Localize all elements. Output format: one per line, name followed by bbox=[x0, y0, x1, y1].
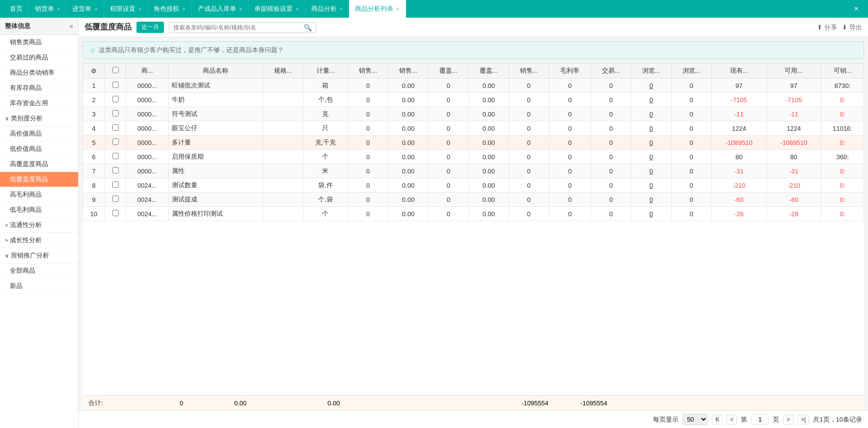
sidebar-item-new-goods[interactable]: 新品 bbox=[0, 279, 78, 294]
sidebar-item-low-margin[interactable]: 低毛利商品 bbox=[0, 202, 78, 218]
row-view1[interactable]: 0 bbox=[631, 178, 672, 193]
row-sales3: 0 bbox=[509, 121, 549, 136]
row-spec bbox=[263, 164, 303, 178]
sidebar-section-marketing[interactable]: ∨ 营销推广分析 bbox=[0, 248, 78, 263]
tip-icon: ☆ bbox=[90, 47, 96, 54]
sidebar-item-low-value[interactable]: 低价值商品 bbox=[0, 142, 78, 157]
row-name: 牛奶 bbox=[168, 93, 263, 107]
row-sales-amt: 0.00 bbox=[388, 207, 429, 221]
th-checkbox[interactable] bbox=[105, 63, 126, 79]
nav-close-permissions[interactable]: × bbox=[138, 6, 141, 12]
window-close-button[interactable]: × bbox=[848, 0, 864, 18]
time-filter-button[interactable]: 近一月 bbox=[136, 22, 164, 33]
row-index: 4 bbox=[83, 121, 105, 136]
row-available: -60 bbox=[766, 193, 821, 207]
th-settings[interactable]: ⚙ bbox=[83, 63, 105, 79]
th-unit: 计量... bbox=[303, 63, 348, 79]
section-arrow-marketing: ∨ bbox=[5, 253, 9, 259]
row-sales3: 0 bbox=[509, 207, 549, 221]
sidebar-item-sales-goods[interactable]: 销售类商品 bbox=[0, 35, 78, 50]
row-checkbox[interactable] bbox=[105, 178, 126, 193]
row-checkbox[interactable] bbox=[105, 93, 126, 107]
page-number-input[interactable] bbox=[751, 414, 769, 425]
nav-item-templates[interactable]: 单据模板设置 × bbox=[248, 0, 305, 18]
row-cover2: 0.00 bbox=[468, 178, 509, 193]
row-view1[interactable]: 0 bbox=[631, 207, 672, 221]
row-view1[interactable]: 0 bbox=[631, 136, 672, 150]
row-trade: 0 bbox=[591, 207, 631, 221]
search-input[interactable] bbox=[173, 24, 303, 31]
sidebar-section-growth[interactable]: > 成长性分析 bbox=[0, 233, 78, 248]
sidebar-section-category[interactable]: ∨ 类别度分析 bbox=[0, 111, 78, 126]
row-checkbox[interactable] bbox=[105, 150, 126, 164]
sidebar-item-high-coverage[interactable]: 高覆盖度商品 bbox=[0, 157, 78, 172]
row-view1[interactable]: 0 bbox=[631, 79, 672, 93]
row-unit: 米 bbox=[303, 164, 348, 178]
nav-close-purchase[interactable]: × bbox=[94, 6, 97, 12]
nav-close-production[interactable]: × bbox=[239, 6, 242, 12]
row-view1[interactable]: 0 bbox=[631, 121, 672, 136]
row-view2: 0 bbox=[671, 207, 711, 221]
next-page-button[interactable]: > bbox=[783, 415, 793, 425]
section-arrow-category: ∨ bbox=[5, 115, 9, 122]
row-current: 1224 bbox=[711, 121, 766, 136]
row-sales-amt: 0.00 bbox=[388, 150, 429, 164]
row-trade: 0 bbox=[591, 79, 631, 93]
row-view1[interactable]: 0 bbox=[631, 93, 672, 107]
row-sellable: 0: bbox=[821, 207, 864, 221]
row-name: 符号测试 bbox=[168, 107, 263, 121]
row-view1[interactable]: 0 bbox=[631, 150, 672, 164]
row-checkbox[interactable] bbox=[105, 79, 126, 93]
row-current: 97 bbox=[711, 79, 766, 93]
row-checkbox[interactable] bbox=[105, 193, 126, 207]
nav-item-home[interactable]: 首页 bbox=[4, 0, 29, 18]
nav-item-purchase[interactable]: 进货单 × bbox=[66, 0, 104, 18]
sidebar-collapse-button[interactable]: « bbox=[69, 22, 73, 30]
row-checkbox[interactable] bbox=[105, 164, 126, 178]
sidebar-item-low-coverage[interactable]: 低覆盖度商品 bbox=[0, 172, 78, 187]
export-button[interactable]: ⬇ 导出 bbox=[842, 23, 862, 32]
last-page-button[interactable]: >| bbox=[797, 415, 809, 425]
select-all-checkbox[interactable] bbox=[112, 67, 119, 73]
nav-item-sales[interactable]: 销货单 × bbox=[29, 0, 66, 18]
share-button[interactable]: ⬆ 分享 bbox=[817, 23, 837, 32]
row-checkbox[interactable] bbox=[105, 207, 126, 221]
nav-item-roles[interactable]: 角色授权 × bbox=[148, 0, 191, 18]
nav-item-permissions[interactable]: 权限设置 × bbox=[104, 0, 148, 18]
prev-page-button[interactable]: < bbox=[727, 415, 737, 425]
row-view1[interactable]: 0 bbox=[631, 193, 672, 207]
row-cover2: 0.00 bbox=[468, 107, 509, 121]
nav-item-analysis-list[interactable]: 商品分析列表 × bbox=[349, 0, 406, 18]
th-code: 商... bbox=[126, 63, 168, 79]
row-checkbox[interactable] bbox=[105, 121, 126, 136]
info-banner-text: 这类商品只有很少客户购买过，是推广不够，还是商品本身问题？ bbox=[99, 46, 284, 55]
nav-item-production[interactable]: 产成品入库单 × bbox=[192, 0, 248, 18]
nav-close-sales[interactable]: × bbox=[57, 6, 60, 12]
row-sales-qty: 0 bbox=[348, 150, 388, 164]
nav-close-analysis[interactable]: × bbox=[340, 6, 343, 12]
sidebar-item-high-margin[interactable]: 高毛利商品 bbox=[0, 187, 78, 202]
nav-close-templates[interactable]: × bbox=[296, 6, 298, 12]
row-view1[interactable]: 0 bbox=[631, 164, 672, 178]
sidebar-item-high-value[interactable]: 高价值商品 bbox=[0, 126, 78, 142]
page-of-label: 页 bbox=[773, 415, 779, 424]
per-page-select[interactable]: 50 100 200 bbox=[682, 414, 708, 425]
table-wrapper[interactable]: ⚙ 商... 商品名称 规格... 计量... 销售... 销售... 覆盖..… bbox=[82, 63, 864, 395]
sidebar-item-stock-capital[interactable]: 库存资金占用 bbox=[0, 96, 78, 111]
sidebar-item-in-stock[interactable]: 有库存商品 bbox=[0, 81, 78, 96]
sidebar-item-all-goods[interactable]: 全部商品 bbox=[0, 263, 78, 279]
sidebar-item-traded-goods[interactable]: 交易过的商品 bbox=[0, 50, 78, 65]
first-page-button[interactable]: K bbox=[712, 415, 723, 425]
nav-close-analysis-list[interactable]: × bbox=[396, 6, 399, 12]
nav-close-roles[interactable]: × bbox=[182, 6, 185, 12]
row-checkbox[interactable] bbox=[105, 107, 126, 121]
row-cover1: 0 bbox=[428, 178, 468, 193]
row-index: 6 bbox=[83, 150, 105, 164]
sidebar-item-category-sales[interactable]: 商品分类动销率 bbox=[0, 65, 78, 81]
th-sales-qty: 销售... bbox=[348, 63, 388, 79]
sidebar-section-liquidity[interactable]: > 流通性分析 bbox=[0, 218, 78, 233]
row-checkbox[interactable] bbox=[105, 136, 126, 150]
row-view2: 0 bbox=[671, 93, 711, 107]
row-view1[interactable]: 0 bbox=[631, 107, 672, 121]
nav-item-analysis[interactable]: 商品分析 × bbox=[305, 0, 349, 18]
